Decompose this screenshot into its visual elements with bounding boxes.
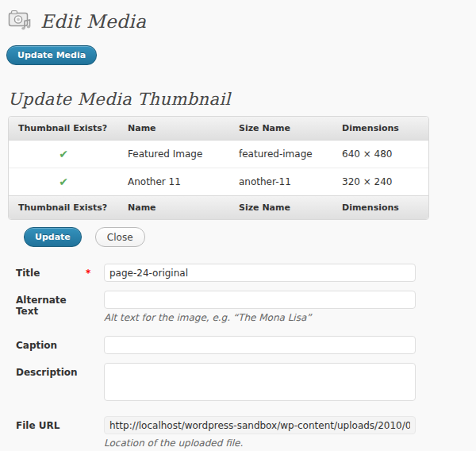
file-url-help: Location of the uploaded file. [104,438,416,449]
file-url-label: File URL [16,416,86,431]
check-icon: ✔ [59,175,68,188]
check-icon: ✔ [59,148,68,160]
title-label: Title [16,264,86,279]
column-header-name: Name [118,117,229,141]
column-header-thumbnail-exists: Thumbnail Exists? [9,117,118,141]
update-thumbnail-button[interactable]: Update [24,227,82,247]
footer-name: Name [118,195,229,219]
thumbnail-exists-cell: ✔ [9,141,118,168]
media-edit-form: Title * Alternate Text Alt text for the … [6,264,470,449]
thumbnail-table-footer: Thumbnail Exists? Name Size Name Dimensi… [9,195,428,219]
description-label: Description [16,363,86,378]
title-input[interactable] [104,264,416,282]
name-cell: Another 11 [118,168,229,195]
alternate-text-help: Alt text for the image, e.g. “The Mona L… [104,312,416,323]
dimensions-cell: 320 × 240 [332,168,428,195]
table-row: ✔ Another 11 another-11 320 × 240 [9,168,428,195]
alternate-text-row: Alternate Text Alt text for the image, e… [6,291,470,323]
update-media-button-top[interactable]: Update Media [6,45,97,65]
size-name-cell: featured-image [229,141,332,168]
file-url-row: File URL Location of the uploaded file. [6,416,470,449]
table-row: ✔ Featured Image featured-image 640 × 48… [9,141,428,168]
thumbnail-buttons-row: Update Close [24,227,470,247]
footer-size-name: Size Name [229,195,332,219]
description-textarea[interactable] [104,363,416,401]
name-cell: Featured Image [118,141,229,168]
footer-dimensions: Dimensions [332,195,428,219]
caption-label: Caption [16,336,86,351]
required-marker: * [86,264,104,279]
caption-row: Caption [6,336,470,354]
alternate-text-label: Alternate Text [16,291,86,317]
title-row: Title * [6,264,470,282]
top-submit-row: Update Media [6,45,470,65]
alternate-text-input[interactable] [104,291,416,309]
description-row: Description [6,363,470,403]
page-title: Edit Media [40,11,146,32]
media-camera-icon [8,10,33,34]
size-name-cell: another-11 [229,168,332,195]
thumbnail-table: Thumbnail Exists? Name Size Name Dimensi… [8,116,429,220]
thumbnail-exists-cell: ✔ [9,168,118,195]
caption-input[interactable] [104,336,416,354]
file-url-input[interactable] [104,416,416,434]
dimensions-cell: 640 × 480 [332,141,428,168]
column-header-dimensions: Dimensions [332,117,428,141]
edit-media-page: Edit Media Update Media Update Media Thu… [0,0,476,451]
page-header: Edit Media [8,8,470,35]
thumbnail-section-heading: Update Media Thumbnail [8,90,470,109]
footer-thumbnail-exists: Thumbnail Exists? [9,195,118,219]
close-button[interactable]: Close [95,227,145,247]
column-header-size-name: Size Name [229,117,332,141]
thumbnail-table-header: Thumbnail Exists? Name Size Name Dimensi… [9,117,428,141]
